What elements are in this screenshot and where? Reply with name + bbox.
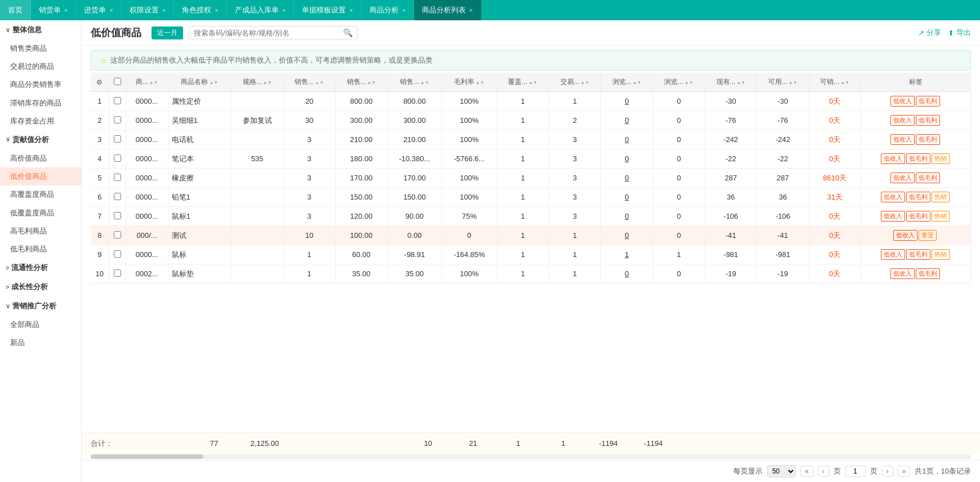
cell-browse1[interactable]: 0 — [601, 188, 653, 207]
tag: 热销 — [932, 249, 950, 260]
cell-browse1[interactable]: 0 — [601, 130, 653, 149]
nav-item-产成品入库单[interactable]: 产成品入库单× — [227, 0, 294, 20]
th-name[interactable]: 商品名称▲▼ — [168, 73, 231, 92]
th-cover[interactable]: 覆盖...▲▼ — [497, 73, 549, 92]
th-current[interactable]: 现有...▲▼ — [705, 73, 756, 92]
cell-check[interactable] — [109, 92, 126, 111]
search-input[interactable] — [194, 29, 343, 37]
sidebar-item-销售类商品[interactable]: 销售类商品 — [0, 39, 81, 58]
sidebar-item-交易过的商品[interactable]: 交易过的商品 — [0, 58, 81, 76]
row-checkbox[interactable] — [114, 231, 121, 238]
filter-button[interactable]: 近一月 — [152, 26, 183, 39]
row-checkbox[interactable] — [114, 135, 121, 143]
nav-item-商品分析列表[interactable]: 商品分析列表× — [414, 0, 481, 20]
cell-browse1[interactable]: 0 — [601, 111, 653, 130]
cell-check[interactable] — [109, 130, 126, 149]
cell-check[interactable] — [109, 245, 126, 264]
sidebar-section-营销推广分析[interactable]: ∨营销推广分析 — [0, 297, 81, 316]
sidebar-section-贡献值分析[interactable]: ∨贡献值分析 — [0, 130, 81, 149]
close-icon[interactable]: × — [469, 7, 473, 14]
sidebar-item-低价值商品[interactable]: 低价值商品 — [0, 167, 81, 185]
nav-item-角色授权[interactable]: 角色授权× — [174, 0, 226, 20]
cell-browse1[interactable]: 0 — [601, 226, 653, 245]
row-checkbox[interactable] — [114, 154, 121, 162]
close-icon[interactable]: × — [64, 7, 68, 14]
th-sellable[interactable]: 可销...▲▼ — [809, 73, 861, 92]
sidebar-item-高价值商品[interactable]: 高价值商品 — [0, 149, 81, 167]
next-page-button[interactable]: › — [882, 466, 893, 477]
sidebar-item-全部商品[interactable]: 全部商品 — [0, 316, 81, 334]
cell-browse1[interactable]: 0 — [601, 264, 653, 284]
sidebar-item-新品[interactable]: 新品 — [0, 334, 81, 352]
horizontal-scrollbar[interactable] — [91, 454, 971, 459]
cell-check[interactable] — [109, 111, 126, 130]
row-checkbox[interactable] — [114, 97, 121, 104]
th-tags[interactable]: 标签 — [861, 73, 970, 92]
nav-item-单据模板设置[interactable]: 单据模板设置× — [294, 0, 361, 20]
sidebar-item-高覆盖度商品[interactable]: 高覆盖度商品 — [0, 185, 81, 204]
section-label: 营销推广分析 — [12, 301, 56, 311]
nav-item-商品分析[interactable]: 商品分析× — [362, 0, 414, 20]
th-col1[interactable]: 销售...▲▼ — [283, 73, 335, 92]
th-trade[interactable]: 交易...▲▼ — [549, 73, 600, 92]
export-label: 导出 — [956, 28, 971, 38]
sidebar-item-低覆盖度商品[interactable]: 低覆盖度商品 — [0, 204, 81, 222]
th-profit[interactable]: 毛利率▲▼ — [442, 73, 497, 92]
sidebar-item-低毛利商品[interactable]: 低毛利商品 — [0, 240, 81, 258]
close-icon[interactable]: × — [109, 7, 113, 14]
page-size-select[interactable]: 50 100 — [767, 465, 796, 477]
cell-browse1[interactable]: 0 — [601, 92, 653, 111]
nav-item-销货单[interactable]: 销货单× — [31, 0, 76, 20]
cell-browse1[interactable]: 0 — [601, 149, 653, 169]
th-browse1[interactable]: 浏览...▲▼ — [601, 73, 653, 92]
row-checkbox[interactable] — [114, 116, 121, 123]
th-col3[interactable]: 销售...▲▼ — [387, 73, 442, 92]
row-checkbox[interactable] — [114, 212, 121, 219]
sidebar-item-高毛利商品[interactable]: 高毛利商品 — [0, 222, 81, 240]
cell-browse1[interactable]: 1 — [601, 245, 653, 264]
th-spec[interactable]: 规格...▲▼ — [231, 73, 283, 92]
nav-item-首页[interactable]: 首页 — [0, 0, 31, 20]
nav-item-进货单[interactable]: 进货单× — [76, 0, 121, 20]
th-check[interactable] — [109, 73, 126, 92]
th-col2[interactable]: 销售...▲▼ — [335, 73, 387, 92]
prev-page-button[interactable]: ‹ — [818, 466, 829, 477]
cell-check[interactable] — [109, 207, 126, 226]
close-icon[interactable]: × — [162, 7, 166, 14]
sidebar-item-库存资金占用[interactable]: 库存资金占用 — [0, 112, 81, 130]
sidebar-section-成长性分析[interactable]: >成长性分析 — [0, 277, 81, 297]
first-page-button[interactable]: « — [800, 466, 813, 477]
row-checkbox[interactable] — [114, 174, 121, 181]
close-icon[interactable]: × — [282, 7, 286, 14]
sidebar-item-滞销库存的商品[interactable]: 滞销库存的商品 — [0, 94, 81, 112]
th-code[interactable]: 商...▲▼ — [126, 73, 168, 92]
close-icon[interactable]: × — [215, 7, 218, 14]
cell-check[interactable] — [109, 169, 126, 188]
sidebar-section-流通性分析[interactable]: >流通性分析 — [0, 258, 81, 277]
row-checkbox[interactable] — [114, 193, 121, 200]
cell-browse1[interactable]: 0 — [601, 207, 653, 226]
row-checkbox[interactable] — [114, 250, 121, 258]
sidebar-section-整体信息[interactable]: ∨整体信息 — [0, 20, 81, 39]
last-page-button[interactable]: » — [898, 466, 911, 477]
cell-check[interactable] — [109, 226, 126, 245]
close-icon[interactable]: × — [402, 7, 406, 14]
scrollbar-thumb[interactable] — [91, 454, 203, 459]
th-avail[interactable]: 可用...▲▼ — [757, 73, 809, 92]
cell-check[interactable] — [109, 188, 126, 207]
close-icon[interactable]: × — [349, 7, 353, 14]
th-browse2[interactable]: 浏览...▲▼ — [653, 73, 705, 92]
page-number-input[interactable] — [845, 466, 866, 477]
nav-item-权限设置[interactable]: 权限设置× — [122, 0, 174, 20]
row-checkbox[interactable] — [114, 269, 121, 277]
export-action[interactable]: ⬆ 导出 — [948, 28, 971, 38]
sidebar-item-商品分类销售率[interactable]: 商品分类销售率 — [0, 76, 81, 94]
check-all[interactable] — [114, 78, 121, 85]
share-action[interactable]: ↗ 分享 — [918, 28, 941, 38]
th-gear[interactable]: ⚙ — [91, 73, 109, 92]
cell-browse1[interactable]: 0 — [601, 169, 653, 188]
cell-check[interactable] — [109, 264, 126, 284]
search-icon[interactable]: 🔍 — [343, 28, 353, 37]
cell-tags: 低收入低毛利 — [861, 92, 970, 111]
cell-check[interactable] — [109, 149, 126, 169]
